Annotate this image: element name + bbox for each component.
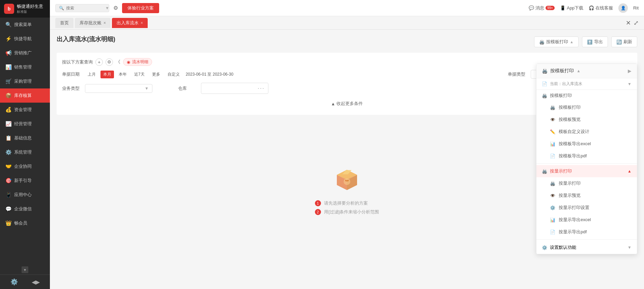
filter-chip-detail[interactable]: ◉ 流水明细 [123,58,152,66]
date-btn-custom[interactable]: 自定义 [165,71,182,78]
template-preview-item[interactable]: 👁️ 按模板预览 [536,113,637,126]
sidebar-scroll-down[interactable]: ▼ [22,266,28,273]
tab-close-inventory-batch[interactable]: × [104,21,106,25]
operation-icon: 📈 [5,121,11,127]
logo-text: 畅捷通好生意 标准版 [17,3,43,14]
finance-icon: 💰 [5,107,11,113]
quick-nav-icon: ⚡ [5,36,11,42]
export-btn[interactable]: ⬆️ 导出 [582,36,608,47]
filter-warehouse-select[interactable]: ··· [201,83,268,94]
tabs-window-controls: ✕ ⤢ [626,19,639,27]
display-print-settings-item[interactable]: ⚙️ 按显示打印设置 [536,202,637,214]
sidebar-item-finance[interactable]: 💰 资金管理 [0,103,50,117]
sidebar-item-guide[interactable]: 🎯 新手引导 [0,174,50,188]
set-default-btn[interactable]: ⚙️ 设置默认功能 [542,244,576,251]
service-btn[interactable]: 🎧 在线客服 [589,5,613,11]
date-btn-this-year[interactable]: 本年 [116,71,129,78]
template-export-excel-item[interactable]: 📊 按模板导出excel [536,138,637,150]
display-export-pdf-item[interactable]: 📄 按显示导出pdf [536,226,637,238]
print-dropdown-title: 🖨️ 按模板打印 ▲ [542,68,581,74]
gear-icon-topbar[interactable]: ⚙ [113,5,118,11]
template-custom-icon: ✏️ [550,129,555,134]
display-export-pdf-icon: 📄 [550,230,555,235]
search-dropdown-arrow[interactable]: ▼ [105,6,109,10]
template-export-pdf-item[interactable]: 📄 按模板导出pdf [536,150,637,162]
sidebar-item-wechat[interactable]: 💬 企业微信 [0,202,50,216]
warehouse-more-btn[interactable]: ··· [258,85,265,92]
display-print-section-icon: 🖨️ [542,169,547,174]
tab-current[interactable]: 出入库流水 × [112,18,148,28]
sidebar-item-quick-nav[interactable]: ⚡ 快捷导航 [0,32,50,46]
print-template-btn[interactable]: 🖨️ 按模板打印 ▲ [534,36,579,47]
message-btn[interactable]: 💬 消息 99+ [529,5,555,11]
phone-icon: 📱 [560,5,565,10]
sidebar-item-system[interactable]: ⚙️ 系统管理 [0,145,50,159]
print-dropdown-panel: 🖨️ 按模板打印 ▲ ▶ 📄 当前：出入库流水 ▼ 🖨️ [536,63,637,254]
tab-inventory-batch[interactable]: 库存批次账 × [75,18,111,28]
sidebar-item-purchase[interactable]: 🛒 采购管理 [0,74,50,88]
template-print-item[interactable]: 🖨️ 按模板打印 [536,101,637,113]
main-area: 🔍 ▼ ⚙ 体验行业方案 💬 消息 99+ 📱 App下载 🎧 在线客服 👤 [50,0,644,289]
inventory-icon: 📦 [5,93,11,99]
sidebar-logo: b 畅捷通好生意 标准版 [0,0,50,18]
window-close-btn[interactable]: ✕ [626,19,631,27]
filter-collapse-left-btn[interactable]: 《 [116,59,120,65]
guide-icon: 🎯 [5,178,11,184]
settings-icon[interactable]: ⚙️ [10,278,18,286]
date-range-display: 2023-06-01 至 2023-06-30 [186,72,233,77]
tab-home[interactable]: 首页 [55,18,74,28]
logo-icon: b [4,4,14,14]
display-print-section-header[interactable]: 🖨️ 按显示打印 ▲ [536,165,637,177]
sidebar-item-sales[interactable]: 📊 销售管理 [0,60,50,74]
avatar[interactable]: 👤 [618,3,628,13]
marketing-icon: 📢 [5,50,11,56]
trial-btn[interactable]: 体验行业方案 [122,3,159,13]
filter-add-btn[interactable]: + [95,58,103,66]
filter-config-btn[interactable]: ⚙ [106,58,113,66]
template-custom-item[interactable]: ✏️ 模板自定义设计 [536,126,637,138]
purchase-icon: 🛒 [5,78,11,84]
print-dropdown-header: 🖨️ 按模板打印 ▲ ▶ [536,64,637,78]
hint-num-2: 2 [315,209,321,215]
template-print-section: 🖨️ 按模板打印 🖨️ 按模板打印 👁️ 按模板预览 ✏️ 模板自定义设计 [536,90,637,162]
headset-icon: 🎧 [589,5,594,10]
print-dropdown-close-arrow[interactable]: ▶ [628,68,632,74]
tab-close-current[interactable]: × [141,21,143,25]
date-btn-7days[interactable]: 近7天 [131,71,147,78]
display-print-item[interactable]: 🖨️ 按显示打印 [536,177,637,189]
sidebar-item-inventory[interactable]: 📦 库存核算 [0,88,50,103]
sidebar-item-search[interactable]: 🔍 搜索菜单 [0,18,50,32]
footer-dropdown-arrow: ▼ [627,245,632,250]
sidebar-item-marketing[interactable]: 📢 营销推广 [0,46,50,60]
topbar: 🔍 ▼ ⚙ 体验行业方案 💬 消息 99+ 📱 App下载 🎧 在线客服 👤 [50,0,644,16]
search-input[interactable] [66,6,103,10]
filter-biz-type-select[interactable]: ▼ [85,84,152,93]
template-export-pdf-icon: 📄 [550,154,555,159]
apps-icon: 📱 [5,192,11,198]
date-btn-more[interactable]: 更多 [149,71,163,78]
template-print-section-icon: 🖨️ [542,93,547,98]
hint-num-1: 1 [315,200,321,206]
sidebar-item-member[interactable]: 👑 畅会员 [0,216,50,230]
sidebar-item-collab[interactable]: 🤝 企业协同 [0,159,50,174]
print-dropdown-arrow-icon: ▲ [570,40,574,44]
template-print-section-header[interactable]: 🖨️ 按模板打印 [536,90,637,101]
sidebar-item-apps[interactable]: 📱 应用中心 [0,188,50,202]
date-btn-last-month[interactable]: 上月 [85,71,98,78]
template-print-section-title: 🖨️ 按模板打印 [542,93,572,99]
collapse-more-btn[interactable]: ▲ 收起更多条件 [331,101,363,107]
collapse-sidebar-icon[interactable]: ◀▶ [32,279,40,285]
filter-biz-type-field: 业务类型 ▼ [62,84,152,93]
date-btn-this-month[interactable]: 本月 [100,71,114,78]
refresh-btn[interactable]: 🔄 刷新 [611,36,637,47]
sidebar-item-operation[interactable]: 📈 经营管理 [0,117,50,131]
app-download-btn[interactable]: 📱 App下载 [560,5,583,11]
page-title: 出入库流水(流水明细) [57,35,115,43]
topbar-search-box[interactable]: 🔍 ▼ [55,4,109,12]
svg-point-8 [348,180,349,181]
sidebar-item-basic[interactable]: 📋 基础信息 [0,131,50,145]
refresh-icon: 🔄 [616,40,622,45]
window-expand-btn[interactable]: ⤢ [634,19,639,27]
display-preview-item[interactable]: 👁️ 按显示预览 [536,189,637,202]
display-export-excel-item[interactable]: 📊 按显示导出excel [536,214,637,226]
